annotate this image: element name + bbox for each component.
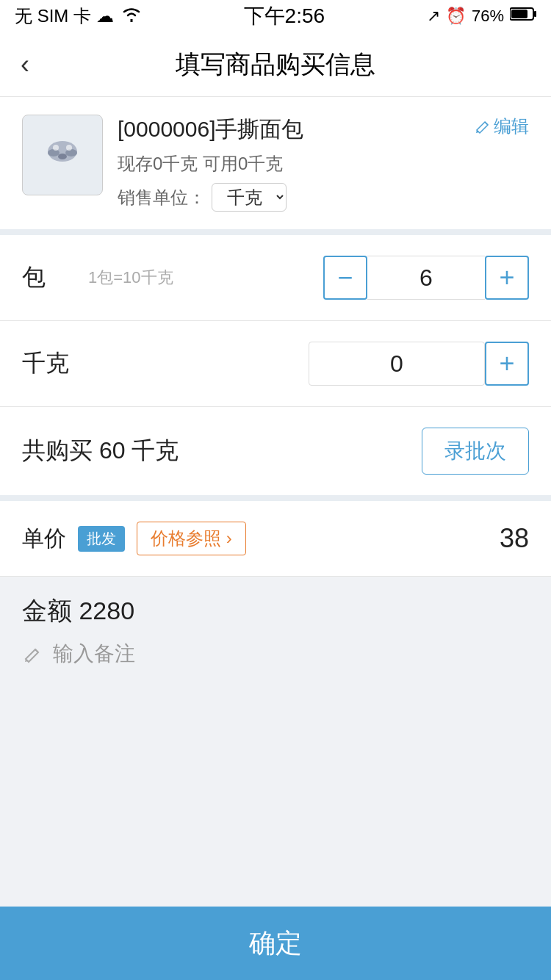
total-row: 共购买 60 千克 录批次 bbox=[0, 407, 551, 501]
spacer bbox=[0, 668, 551, 907]
svg-rect-1 bbox=[534, 11, 536, 17]
note-label: 输入备注 bbox=[53, 640, 135, 668]
amount-number: 2280 bbox=[79, 597, 134, 624]
package-qty-input[interactable] bbox=[367, 256, 485, 300]
status-left: 无 SIM 卡 ☁ bbox=[15, 4, 142, 28]
confirm-button[interactable]: 确定 bbox=[0, 907, 551, 980]
total-label: 共购买 60 千克 bbox=[22, 435, 422, 467]
unit-select[interactable]: 千克 bbox=[212, 183, 287, 212]
svg-point-8 bbox=[66, 145, 72, 151]
amount-row: 金额 2280 bbox=[22, 594, 529, 628]
alarm-icon: ⏰ bbox=[446, 7, 466, 26]
wholesale-badge: 批发 bbox=[78, 526, 125, 552]
package-sublabel: 1包=10千克 bbox=[88, 267, 323, 289]
package-input-row: 包 1包=10千克 − + bbox=[0, 235, 551, 321]
status-right: ↗ ⏰ 76% bbox=[427, 7, 536, 26]
pencil-icon bbox=[22, 643, 44, 665]
price-label: 单价 bbox=[22, 524, 66, 554]
wifi-icon bbox=[121, 6, 142, 26]
signal-label: 无 SIM 卡 ☁ bbox=[15, 4, 114, 28]
package-increment-button[interactable]: + bbox=[485, 256, 529, 300]
product-info: [0000006]手撕面包 编辑 现存0千克 可用0千克 销售单位： 千克 bbox=[118, 115, 529, 212]
location-icon: ↗ bbox=[427, 7, 440, 26]
kg-label: 千克 bbox=[22, 347, 81, 380]
battery-label: 76% bbox=[472, 7, 504, 26]
edit-button[interactable]: 编辑 bbox=[475, 115, 529, 138]
status-bar: 无 SIM 卡 ☁ 下午2:56 ↗ ⏰ 76% bbox=[0, 0, 551, 32]
price-row: 单价 批发 价格参照 › 38 bbox=[0, 501, 551, 577]
kg-qty-input[interactable] bbox=[309, 342, 485, 386]
product-card: [0000006]手撕面包 编辑 现存0千克 可用0千克 销售单位： 千克 bbox=[0, 97, 551, 235]
price-value: 38 bbox=[500, 523, 529, 554]
amount-label: 金额 bbox=[22, 597, 79, 624]
package-qty-control: − + bbox=[323, 256, 529, 300]
nav-bar: ‹ 填写商品购买信息 bbox=[0, 32, 551, 97]
svg-point-6 bbox=[58, 154, 67, 159]
package-decrement-button[interactable]: − bbox=[323, 256, 367, 300]
kg-qty-control: + bbox=[309, 342, 529, 386]
amount-section: 金额 2280 输入备注 bbox=[0, 577, 551, 668]
kg-input-row: 千克 + bbox=[0, 321, 551, 407]
battery-icon bbox=[510, 7, 536, 26]
back-button[interactable]: ‹ bbox=[21, 49, 29, 80]
note-row[interactable]: 输入备注 bbox=[22, 640, 529, 668]
product-thumbnail bbox=[22, 115, 103, 195]
product-unit: 销售单位： 千克 bbox=[118, 183, 529, 212]
record-batch-button[interactable]: 录批次 bbox=[422, 428, 529, 475]
svg-point-5 bbox=[65, 149, 77, 156]
svg-point-4 bbox=[48, 149, 60, 156]
product-stock: 现存0千克 可用0千克 bbox=[118, 152, 529, 176]
page-title: 填写商品购买信息 bbox=[176, 48, 375, 82]
kg-increment-button[interactable]: + bbox=[485, 342, 529, 386]
svg-point-7 bbox=[53, 145, 59, 151]
status-time: 下午2:56 bbox=[244, 2, 325, 30]
svg-rect-2 bbox=[511, 10, 527, 18]
package-label: 包 bbox=[22, 262, 81, 294]
product-name: [0000006]手撕面包 bbox=[118, 115, 303, 145]
price-reference-button[interactable]: 价格参照 › bbox=[137, 522, 246, 555]
